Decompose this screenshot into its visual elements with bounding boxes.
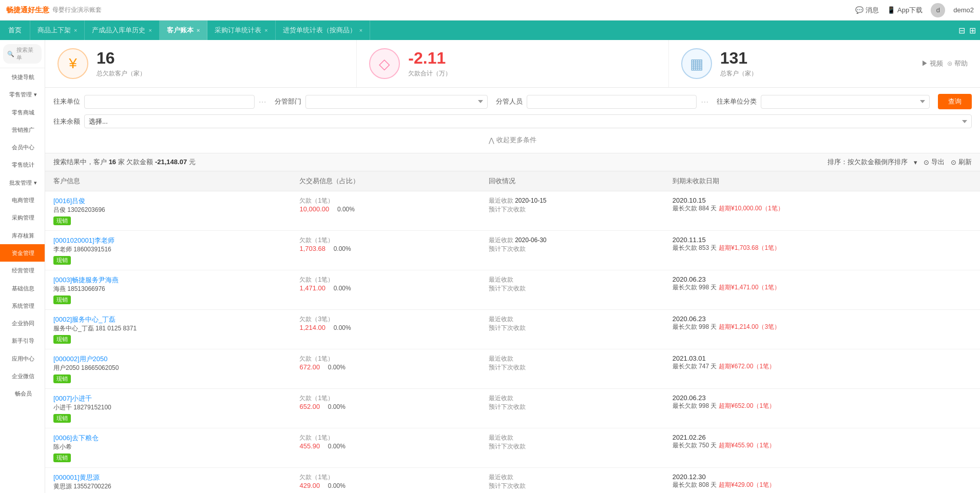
customer-phone: 陈小希: [53, 443, 72, 450]
stat-info-owed-amount: -2.11 欠款合计（万）: [408, 49, 451, 78]
sidebar-item-operations[interactable]: 经营管理: [0, 262, 45, 279]
tab-production-label: 产成品入库单历史: [92, 26, 145, 35]
customer-phone: 用户2050 18665062050: [53, 364, 119, 371]
tab-purchase[interactable]: 采购订单统计表 ×: [207, 21, 275, 40]
filter-label-category: 往来单位分类: [717, 97, 757, 106]
avatar[interactable]: d: [931, 3, 945, 17]
owed-info-cell: 欠款（3笔） 1,214.00 0.00%: [291, 310, 480, 349]
msg-btn[interactable]: 💬 消息: [855, 6, 879, 15]
sidebar-item-purchase-mgmt[interactable]: 采购管理: [0, 209, 45, 226]
sidebar-item-retail-mgmt[interactable]: 零售管理 ▾: [0, 86, 45, 103]
owed-pct: 0.00%: [337, 206, 355, 213]
customer-id-name-link[interactable]: [0001020001]李老师: [53, 236, 114, 244]
table-row: [0003]畅捷服务尹海燕 海燕 18513066976 现销 欠款（1笔） 1…: [45, 270, 980, 310]
customer-id-name-link[interactable]: [000001]黄思源: [53, 474, 100, 481]
customer-tag: 现销: [53, 335, 71, 344]
customer-id-name-link[interactable]: [000002]用户2050: [53, 355, 108, 363]
customer-id-name-link[interactable]: [0003]畅捷服务尹海燕: [53, 276, 119, 284]
customer-id-name-link[interactable]: [0002]服务中心_丁磊: [53, 315, 116, 323]
sidebar-item-quick-nav[interactable]: 快捷导航: [0, 68, 45, 86]
tab-goods[interactable]: 商品上下架 ×: [30, 21, 85, 40]
owed-amount: 10,000.00: [299, 205, 329, 213]
filter-collapse-btn[interactable]: ⋀ 收起更多条件: [489, 135, 536, 145]
tab-minimize-icon[interactable]: ⊟: [958, 26, 965, 35]
tab-purchase-close[interactable]: ×: [264, 27, 267, 33]
result-amount-value: -21,148.07: [155, 158, 187, 166]
overdue-link[interactable]: 超期¥429.00（1笔）: [719, 481, 775, 488]
sidebar-item-system[interactable]: 系统管理: [0, 297, 45, 314]
filter-dots-unit[interactable]: ···: [259, 96, 266, 107]
tab-customer-close[interactable]: ×: [197, 27, 200, 33]
overdue-days: 最长欠款 808 天: [672, 481, 717, 488]
result-customer-count: 16: [109, 158, 116, 166]
overdue-link[interactable]: 超期¥1,471.00（1笔）: [719, 284, 780, 291]
tab-inbound-close[interactable]: ×: [359, 27, 362, 33]
owed-count: 欠款（1笔）: [299, 197, 334, 204]
filter-input-person[interactable]: [527, 95, 697, 109]
export-btn[interactable]: ⊙ 导出: [924, 157, 945, 167]
filter-select-category[interactable]: [761, 95, 930, 109]
customer-id-name-link[interactable]: [0007]小进千: [53, 395, 92, 402]
overdue-link[interactable]: 超期¥672.00（1笔）: [719, 363, 775, 370]
customer-id-name-link[interactable]: [0006]去下粮仓: [53, 434, 99, 442]
sidebar-item-basic-info[interactable]: 基础信息: [0, 280, 45, 297]
overdue-link[interactable]: 超期¥455.90（1笔）: [719, 442, 775, 449]
filter-select-balance[interactable]: 选择...: [84, 114, 972, 128]
sidebar-search-box[interactable]: 🔍 搜索菜单: [3, 44, 42, 64]
sidebar-item-enterprise-coop[interactable]: 企业协同: [0, 314, 45, 332]
tab-production[interactable]: 产成品入库单历史 ×: [85, 21, 159, 40]
overdue-days: 最长欠款 998 天: [672, 284, 717, 291]
result-amount-label: 欠款金额: [126, 158, 153, 166]
help-btn[interactable]: ⊙ 帮助: [947, 59, 968, 68]
filter-select-dept[interactable]: [305, 95, 488, 109]
tab-goods-close[interactable]: ×: [74, 27, 77, 33]
th-due-date: 到期未收款日期: [664, 171, 980, 191]
sidebar-item-ecommerce[interactable]: 电商管理: [0, 191, 45, 209]
sidebar-item-batch-mgmt[interactable]: 批发管理 ▾: [0, 174, 45, 191]
due-date-value: 2020.12.30: [672, 473, 706, 481]
filter-item-dept: 分管部门: [275, 95, 488, 109]
stat-info-total-customers: 131 总客户（家）: [720, 49, 757, 78]
stat-value-total-customers: 131: [720, 49, 757, 67]
customer-info-cell: [0007]小进千 小进千 18279152100 现销: [45, 389, 291, 428]
due-date-cell: 2020.06.23 最长欠款 998 天 超期¥652.00（1笔）: [664, 389, 980, 428]
stat-icon-owed-amount: ◇: [369, 48, 400, 79]
sidebar-item-inventory[interactable]: 库存核算: [0, 227, 45, 244]
video-btn[interactable]: ▶ 视频: [921, 59, 944, 68]
sidebar-item-retail-stats[interactable]: 零售统计: [0, 156, 45, 173]
stat-icon-total-customers: ▦: [681, 48, 712, 79]
tab-home[interactable]: 首页: [0, 21, 30, 40]
sidebar-item-member[interactable]: 会员中心: [0, 139, 45, 156]
tab-maximize-icon[interactable]: ⊞: [969, 26, 976, 35]
sidebar-item-member-vip[interactable]: 畅会员: [0, 385, 45, 402]
sidebar-item-capital[interactable]: 资金管理: [0, 244, 45, 262]
app-icon: 📱: [887, 6, 895, 14]
filter-input-unit[interactable]: [84, 95, 255, 109]
sidebar-item-enterprise-wechat[interactable]: 企业微信: [0, 367, 45, 385]
overdue-link[interactable]: 超期¥10,000.00（1笔）: [719, 205, 784, 212]
due-date-cell: 2020.12.30 最长欠款 808 天 超期¥429.00（1笔）: [664, 468, 980, 494]
last-collect-date: 2020-06-30: [515, 236, 546, 244]
refresh-btn[interactable]: ⊙ 刷新: [951, 157, 972, 167]
tab-customer[interactable]: 客户账本 ×: [160, 21, 207, 40]
sidebar-purchase-mgmt-label: 采购管理: [4, 214, 43, 221]
sidebar-item-app-center[interactable]: 应用中心: [0, 350, 45, 367]
owed-amount: 672.00: [299, 363, 320, 371]
overdue-link[interactable]: 超期¥1,703.68（1笔）: [719, 244, 780, 251]
collection-cell: 最近收款 2020-06-30 预计下次收款: [481, 231, 664, 270]
filter-dots-person[interactable]: ···: [701, 96, 708, 107]
tab-production-close[interactable]: ×: [148, 27, 151, 33]
app-btn[interactable]: 📱 App下载: [887, 6, 923, 15]
sidebar-item-marketing[interactable]: 营销推广: [0, 121, 45, 139]
app-label: App下载: [897, 6, 923, 15]
overdue-link[interactable]: 超期¥1,214.00（3笔）: [719, 323, 780, 330]
customer-id-name-link[interactable]: [0016]吕俊: [53, 197, 85, 205]
search-button[interactable]: 查询: [938, 94, 972, 109]
owed-amount: 455.90: [299, 442, 320, 450]
sidebar-item-new-guide[interactable]: 新手引导: [0, 332, 45, 349]
sidebar-item-retail-shop[interactable]: 零售商城: [0, 104, 45, 121]
tab-inbound[interactable]: 进货单统计表（按商品） ×: [276, 21, 370, 40]
filter-label-unit: 往来单位: [53, 97, 80, 106]
stat-card-total-customers: ▦ 131 总客户（家） ▶ 视频 ⊙ 帮助: [669, 40, 980, 87]
overdue-link[interactable]: 超期¥652.00（1笔）: [719, 402, 775, 409]
